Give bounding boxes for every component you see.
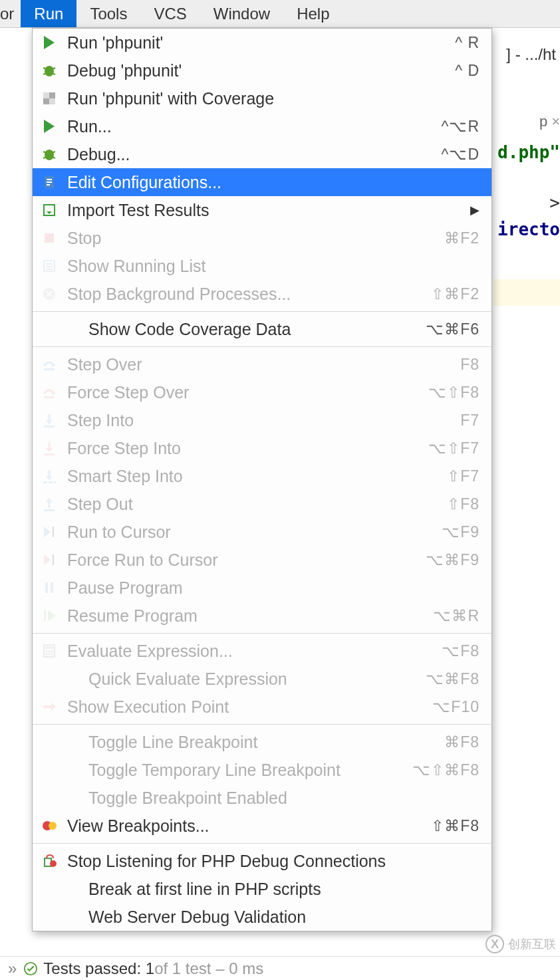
menu-run-ellipsis[interactable]: Run...^⌥R [33,112,491,140]
menu-shortcut: ⌥F8 [442,642,480,660]
menu-shortcut: ⌥F10 [432,698,480,716]
calc-icon [39,641,59,661]
menu-run-to-cursor: Run to Cursor⌥F9 [33,518,491,546]
menu-label: Run 'phpunit' with Coverage [67,89,480,108]
blank-icon [61,669,80,689]
menu-label: Stop Listening for PHP Debug Connections [67,852,480,871]
menu-label: Pause Program [67,578,480,598]
menu-separator [33,843,491,844]
menu-run-phpunit[interactable]: Run 'phpunit'^ R [33,29,491,57]
menu-separator [33,346,491,347]
watermark: X创新互联 [486,935,556,953]
menubar-item-tools[interactable]: Tools [76,0,140,27]
import-icon [39,200,59,220]
stepover-icon [39,354,59,374]
menu-force-step-over: Force Step Over⌥⇧F8 [33,378,491,406]
play-icon [39,116,59,136]
menu-step-over: Step OverF8 [33,350,491,378]
editor-tab[interactable]: p × [539,113,560,130]
blank-icon [61,907,80,927]
menu-label: Edit Configurations... [67,173,480,192]
code-fragment-keyword: irecto [497,219,560,239]
menu-eval-expr: Evaluate Expression...⌥F8 [33,637,491,665]
menu-label: Run 'phpunit' [67,33,455,53]
tests-summary: of 1 test – 0 ms [154,959,263,978]
menu-stop-listen[interactable]: Stop Listening for PHP Debug Connections [33,847,491,875]
menu-label: Run... [67,117,442,136]
menu-shortcut: ⌘F2 [444,229,480,247]
menu-separator [33,633,491,634]
menu-label: Force Run to Cursor [67,551,426,570]
menu-shortcut: ^⌥D [442,146,480,164]
showexec-icon [39,697,59,717]
menubar-item-run[interactable]: Run [21,0,76,27]
blank-icon [61,879,80,899]
menu-label: Evaluate Expression... [67,642,442,661]
stepout-icon [39,494,59,514]
menu-label: Stop [67,229,444,248]
shield-icon [39,88,59,108]
menu-shortcut: ⌥⌘F6 [426,320,480,338]
menu-label: Show Execution Point [67,697,432,717]
menu-shortcut: ^ D [455,62,480,80]
menu-shortcut: ⇧F8 [447,495,480,513]
forcestepinto-icon [39,438,59,458]
menu-label: Quick Evaluate Expression [88,670,426,689]
menu-force-step-into: Force Step Into⌥⇧F7 [33,434,491,462]
menu-label: Debug... [67,145,442,164]
doc-icon [39,172,59,192]
code-fragment-string: d.php" [497,142,560,162]
menubar-item-vcs[interactable]: VCS [140,0,200,27]
menu-label: Web Server Debug Validation [88,908,480,927]
menu-label: Import Test Results [67,201,464,220]
menu-import-test[interactable]: Import Test Results▶ [33,196,491,224]
menubar-item-window[interactable]: Window [200,0,283,27]
pause-icon [39,578,59,598]
menu-label: Show Running List [67,257,480,276]
forceruncursor-icon [39,550,59,570]
blank-icon [61,732,80,752]
menu-view-bp[interactable]: View Breakpoints...⇧⌘F8 [33,812,491,840]
menu-break-first[interactable]: Break at first line in PHP scripts [33,875,491,903]
smartstepinto-icon [39,466,59,486]
cancel-icon [39,284,59,304]
menu-show-running: Show Running List [33,252,491,280]
menu-label: Step Over [67,355,460,374]
menu-label: Step Out [67,495,447,514]
menu-debug-phpunit[interactable]: Debug 'phpunit'^ D [33,57,491,84]
menu-force-run-cursor: Force Run to Cursor⌥⌘F9 [33,546,491,574]
menu-stop: Stop⌘F2 [33,224,491,252]
window-title-fragment: ] - .../ht [502,41,560,68]
menu-label: Force Step Over [67,383,428,402]
menu-label: Force Step Into [67,439,428,458]
resume-icon [39,606,59,626]
menu-shortcut: ⇧F7 [447,467,480,485]
menu-web-validate[interactable]: Web Server Debug Validation [33,903,491,931]
menu-shortcut: ⌥⇧F7 [428,439,480,457]
menu-smart-step-into: Smart Step Into⇧F7 [33,462,491,490]
menu-shortcut: ⇧⌘F2 [431,285,480,303]
menu-label: Toggle Temporary Line Breakpoint [88,761,412,780]
menubar: or Run Tools VCS Window Help [0,0,560,28]
editor-highlight [493,279,560,306]
stepinto-icon [39,410,59,430]
menu-stop-bg: Stop Background Processes...⇧⌘F2 [33,280,491,308]
code-fragment: > [549,193,560,213]
blank-icon [61,788,80,808]
menu-toggle-bp-en: Toggle Breakpoint Enabled [33,784,491,812]
blank-icon [61,760,80,780]
menu-shortcut: ⌥⇧F8 [428,384,480,402]
menu-coverage-data[interactable]: Show Code Coverage Data⌥⌘F6 [33,315,491,343]
menubar-item-help[interactable]: Help [283,0,343,27]
menu-label: View Breakpoints... [67,816,431,836]
menu-label: Debug 'phpunit' [67,61,455,80]
menubar-item-partial: or [0,0,21,27]
menu-debug-ellipsis[interactable]: Debug...^⌥D [33,140,491,168]
menu-separator [33,724,491,725]
menu-edit-config[interactable]: Edit Configurations... [33,168,491,196]
menu-label: Resume Program [67,606,433,626]
close-tab-icon[interactable]: × [551,113,560,130]
run-menu-dropdown: Run 'phpunit'^ RDebug 'phpunit'^ DRun 'p… [32,28,492,931]
menu-separator [33,311,491,312]
menu-run-coverage[interactable]: Run 'phpunit' with Coverage [33,84,491,112]
